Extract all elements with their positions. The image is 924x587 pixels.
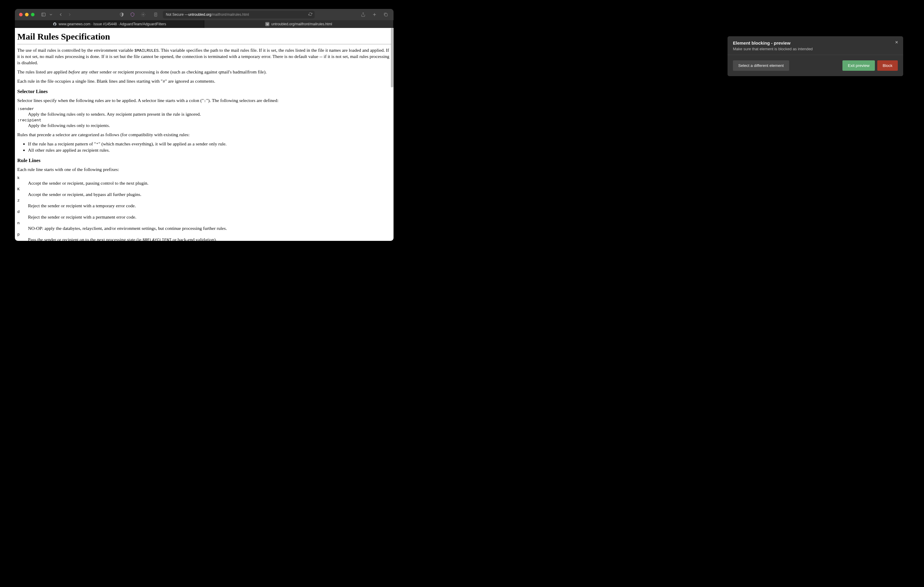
prefix-desc: Pass the sender or recipient on to the n… xyxy=(28,237,391,241)
address-bar[interactable]: Not Secure — untroubled.org /mailfront/m… xyxy=(163,11,315,18)
browser-window: Not Secure — untroubled.org /mailfront/m… xyxy=(15,9,394,241)
close-window-button[interactable] xyxy=(19,13,23,16)
prefix-desc: Reject the sender or recipient with a pe… xyxy=(28,214,391,220)
security-status: Not Secure — xyxy=(166,13,188,16)
sender-desc: Apply the following rules only to sender… xyxy=(28,111,391,117)
prefix-desc: Accept the sender or recipient, passing … xyxy=(28,180,391,186)
prefix-desc: Accept the sender or recipient, and bypa… xyxy=(28,191,391,198)
selector-heading: Selector Lines xyxy=(17,89,391,95)
adguard-shield-icon[interactable] xyxy=(129,11,136,18)
prefix-term: z xyxy=(17,198,391,203)
rule-heading: Rule Lines xyxy=(17,158,391,164)
page-title: Mail Rules Specification xyxy=(17,31,391,42)
prefix-term: K xyxy=(17,187,391,191)
page-content[interactable]: Mail Rules Specification The use of mail… xyxy=(15,28,394,241)
chevron-down-icon[interactable] xyxy=(49,11,53,18)
new-tab-icon[interactable] xyxy=(371,11,378,18)
prefix-list: k Accept the sender or recipient, passin… xyxy=(17,176,391,241)
intro-paragraph: The use of mail rules is controlled by t… xyxy=(17,47,391,66)
site-favicon-icon: U xyxy=(265,22,269,26)
forward-button[interactable] xyxy=(66,11,73,18)
privacy-shield-icon[interactable] xyxy=(118,11,125,18)
svg-point-2 xyxy=(143,14,144,15)
tab-label: www.gearnews.com · Issue #145448 · Adgua… xyxy=(59,22,166,26)
reload-icon[interactable] xyxy=(309,12,312,17)
reader-view-icon[interactable] xyxy=(152,11,159,18)
prefix-term: k xyxy=(17,176,391,180)
prefix-term: p xyxy=(17,232,391,237)
sidebar-toggle-icon[interactable] xyxy=(40,11,47,18)
selector-after: Rules that precede a selector are catego… xyxy=(17,132,391,138)
selector-intro: Selector lines specify when the followin… xyxy=(17,97,391,104)
svg-rect-10 xyxy=(385,14,388,16)
prefix-desc: Reject the sender or recipient with a te… xyxy=(28,203,391,209)
rule-intro: Each rule line starts with one of the fo… xyxy=(17,166,391,173)
comment-paragraph: Each rule in the file occupies a single … xyxy=(17,78,391,84)
titlebar: Not Secure — untroubled.org /mailfront/m… xyxy=(15,9,394,20)
url-path: /mailfront/mailrules.html xyxy=(211,13,249,16)
prefix-term: d xyxy=(17,210,391,214)
share-icon[interactable] xyxy=(360,11,367,18)
recipient-term: :recipient xyxy=(17,118,391,123)
divider xyxy=(17,44,391,44)
github-favicon-icon xyxy=(53,22,57,26)
env-var-code: $MAILRULES xyxy=(135,48,158,53)
prefix-term: n xyxy=(17,221,391,225)
list-item: If the rule has a recipient pattern of "… xyxy=(28,141,391,147)
selector-list: :sender Apply the following rules only t… xyxy=(17,107,391,129)
back-button[interactable] xyxy=(57,11,64,18)
url-domain: untroubled.org xyxy=(188,13,211,16)
tab-github-issue[interactable]: www.gearnews.com · Issue #145448 · Adgua… xyxy=(15,20,204,28)
prefix-desc: NO-OP: apply the databytes, relayclient,… xyxy=(28,225,391,232)
scrollbar-thumb[interactable] xyxy=(391,28,393,87)
minimize-window-button[interactable] xyxy=(25,13,28,16)
tab-label: untroubled.org/mailfront/mailrules.html xyxy=(271,22,332,26)
recipient-desc: Apply the following rules only to recipi… xyxy=(28,123,391,129)
settings-gear-icon[interactable] xyxy=(140,11,147,18)
svg-rect-0 xyxy=(42,13,45,16)
tab-overview-icon[interactable] xyxy=(382,11,389,18)
tabs-bar: www.gearnews.com · Issue #145448 · Adgua… xyxy=(15,20,394,28)
list-item: All other rules are applied as recipient… xyxy=(28,147,391,153)
maximize-window-button[interactable] xyxy=(31,13,35,16)
window-controls xyxy=(19,13,35,16)
tab-untroubled[interactable]: U untroubled.org/mailfront/mailrules.htm… xyxy=(204,20,394,28)
sender-term: :sender xyxy=(17,107,391,111)
before-paragraph: The rules listed are applied before any … xyxy=(17,69,391,75)
selector-compat-list: If the rule has a recipient pattern of "… xyxy=(28,141,391,153)
